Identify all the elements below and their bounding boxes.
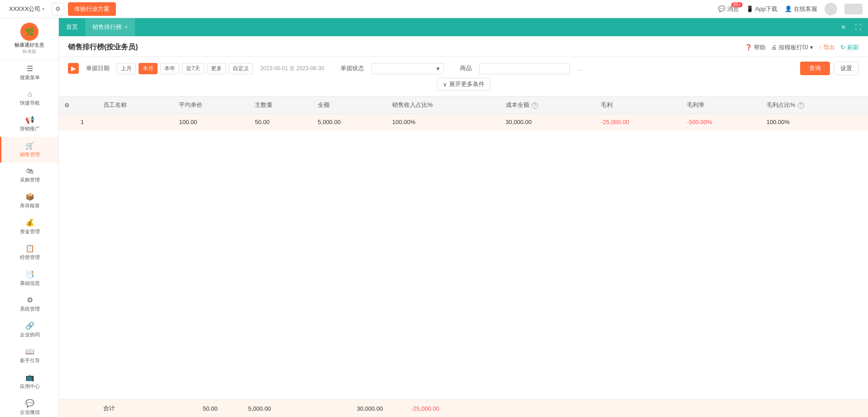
expand-filter-btn[interactable]: ∨ 展开更多条件 <box>437 78 490 91</box>
date-btn-this-year[interactable]: 本年 <box>160 63 179 74</box>
message-btn[interactable]: 💬 消息 99+ <box>718 5 739 13</box>
sidebar-logo: 🌿 畅康通好生意 标准版 <box>0 18 58 60</box>
help-btn[interactable]: ❓ 帮助 <box>745 43 766 52</box>
status-select[interactable]: ▾ <box>371 63 444 74</box>
system-icon: ⚙ <box>27 296 33 304</box>
expand-icon: ∨ <box>443 81 447 88</box>
data-table: ⚙ 员工名称 平均单价 主数量 全额 销售收入占比% 成本全额 ? 毛利 <box>59 96 868 130</box>
sidebar-item-marketing[interactable]: 📢 营销推广 <box>0 111 58 137</box>
sidebar-item-wechat[interactable]: 💬 企业微信 <box>0 394 58 417</box>
cell-settings <box>59 114 75 130</box>
table-row: 1 100.00 50.00 5,000.00 100.00% 30,000.0… <box>59 114 868 130</box>
company-selector[interactable]: XXXXX公司 ▾ <box>5 3 48 15</box>
table-header-row: ⚙ 员工名称 平均单价 主数量 全额 销售收入占比% 成本全额 ? 毛利 <box>59 96 868 114</box>
finance-icon: 💰 <box>25 218 34 227</box>
collaboration-icon: 🔗 <box>25 321 34 330</box>
logo-sub: 标准版 <box>23 48 36 55</box>
sidebar-item-finance[interactable]: 💰 资金管理 <box>0 214 58 240</box>
date-btn-custom[interactable]: 自定义 <box>229 63 253 74</box>
print-icon: 🖨 <box>771 44 777 51</box>
inventory-icon: 📦 <box>25 192 34 201</box>
sidebar-item-label: 资金管理 <box>20 228 40 235</box>
date-btn-last-month[interactable]: 上月 <box>117 63 136 74</box>
date-btn-7days[interactable]: 近7天 <box>182 63 204 74</box>
tab-close-btn[interactable]: × <box>125 24 128 30</box>
settings-icon-btn[interactable]: ⚙ <box>52 3 64 15</box>
cell-avg-price: 100.00 <box>173 114 249 130</box>
date-btn-more[interactable]: 更多 <box>207 63 226 74</box>
sidebar-item-label: 系统管理 <box>20 306 40 312</box>
cell-gross: -25,000.00 <box>595 114 681 130</box>
footer-gross: -25,000.00 <box>411 405 465 412</box>
sidebar-item-app-center[interactable]: 📺 应用中心 <box>0 369 58 394</box>
tab-home[interactable]: 首页 <box>59 18 85 36</box>
help-label: 帮助 <box>754 43 766 52</box>
cell-gross-ratio: 100.00% <box>761 114 868 130</box>
col-gross-ratio-header: 毛利占比% ? <box>761 96 868 114</box>
logo-text: 畅康通好生意 <box>14 42 44 48</box>
guide-icon: 📖 <box>25 347 34 356</box>
wechat-icon: 💬 <box>25 399 34 407</box>
cell-gross-rate: -500.00% <box>681 114 761 130</box>
purchase-icon: 🛍 <box>26 167 34 175</box>
date-filter-group: 上月 本月 本年 近7天 更多 自定义 <box>117 63 253 74</box>
avatar[interactable] <box>825 3 837 15</box>
export-btn[interactable]: ↑ 导出 <box>819 43 835 52</box>
print-btn[interactable]: 🖨 按模板打印 ▾ <box>771 43 813 52</box>
sidebar-item-collaboration[interactable]: 🔗 企业协同 <box>0 317 58 343</box>
sidebar-item-purchase[interactable]: 🛍 采购管理 <box>0 163 58 188</box>
sidebar-item-system[interactable]: ⚙ 系统管理 <box>0 291 58 317</box>
gross-ratio-info-icon[interactable]: ? <box>798 102 804 109</box>
help-icon: ❓ <box>745 44 752 51</box>
sidebar-item-guide[interactable]: 📖 新手引导 <box>0 343 58 369</box>
date-btn-this-month[interactable]: 本月 <box>139 63 158 74</box>
table-container: ⚙ 员工名称 平均单价 主数量 全额 销售收入占比% 成本全额 ? 毛利 <box>59 96 868 399</box>
page-header: 销售排行榜(按业务员) ❓ 帮助 🖨 按模板打印 ▾ ↑ 导出 <box>59 36 868 57</box>
cell-employee <box>98 114 173 130</box>
sidebar-item-search[interactable]: ☰ 搜索菜单 <box>0 60 58 86</box>
sidebar-item-basic-info[interactable]: 📑 基础信息 <box>0 265 58 291</box>
col-avg-price-header: 平均单价 <box>173 96 249 114</box>
message-badge: 99+ <box>731 2 743 7</box>
col-cost-header: 成本全额 ? <box>500 96 596 114</box>
refresh-icon: ↻ <box>840 44 845 51</box>
status-filter-label: 单据状态 <box>340 64 364 72</box>
sidebar-item-operations[interactable]: 📋 经营管理 <box>0 240 58 265</box>
expand-label: 展开更多条件 <box>449 80 484 88</box>
marketing-icon: 📢 <box>25 115 34 124</box>
sidebar-item-label: 企业协同 <box>20 331 40 338</box>
page-title: 销售排行榜(按业务员) <box>68 43 138 52</box>
goods-input[interactable] <box>479 63 570 74</box>
col-employee-header: 员工名称 <box>98 96 173 114</box>
tab-right-actions: ✕ ⛶ <box>837 21 868 34</box>
trial-button[interactable]: 体验行业方案 <box>68 2 116 16</box>
export-icon: ↑ <box>819 44 822 51</box>
sidebar-item-inventory[interactable]: 📦 库存核算 <box>0 188 58 214</box>
settings-button[interactable]: 设置 <box>834 62 859 75</box>
sidebar-item-label: 采购管理 <box>20 177 40 183</box>
export-label: 导出 <box>823 43 835 52</box>
col-sales-ratio-header: 销售收入占比% <box>387 96 500 114</box>
sales-icon: 🛒 <box>25 141 34 150</box>
main-layout: 🌿 畅康通好生意 标准版 ☰ 搜索菜单 ⌂ 快捷导航 📢 营销推广 🛒 销售管理… <box>0 18 868 417</box>
refresh-btn[interactable]: ↻ 刷新 <box>840 43 859 52</box>
print-chevron-icon: ▾ <box>810 44 813 51</box>
tab-expand-btn[interactable]: ⛶ <box>852 21 864 34</box>
cost-info-icon[interactable]: ? <box>532 102 538 109</box>
tab-close-window-btn[interactable]: ✕ <box>837 21 850 34</box>
tab-sales-ranking[interactable]: 销售排行榜 × <box>85 18 135 36</box>
more-filter-btn[interactable]: ... <box>577 65 582 72</box>
app-icon: 📱 <box>746 5 753 12</box>
col-settings-header[interactable]: ⚙ <box>59 96 75 114</box>
cell-rank: 1 <box>75 114 98 130</box>
sidebar-item-label: 库存核算 <box>20 202 40 209</box>
online-service-btn[interactable]: 👤 在线客服 <box>785 5 817 13</box>
sidebar-item-sales[interactable]: 🛒 销售管理 <box>0 137 58 163</box>
tab-bar: 首页 销售排行榜 × ✕ ⛶ <box>59 18 868 36</box>
app-download-btn[interactable]: 📱 App下载 <box>746 5 777 13</box>
cell-cost: 30,000.00 <box>500 114 596 130</box>
date-filter-label: 单据日期 <box>86 64 110 72</box>
query-button[interactable]: 查询 <box>800 62 830 75</box>
filter-toggle-btn[interactable]: ▶ <box>68 63 79 74</box>
sidebar-item-nav[interactable]: ⌂ 快捷导航 <box>0 86 58 111</box>
